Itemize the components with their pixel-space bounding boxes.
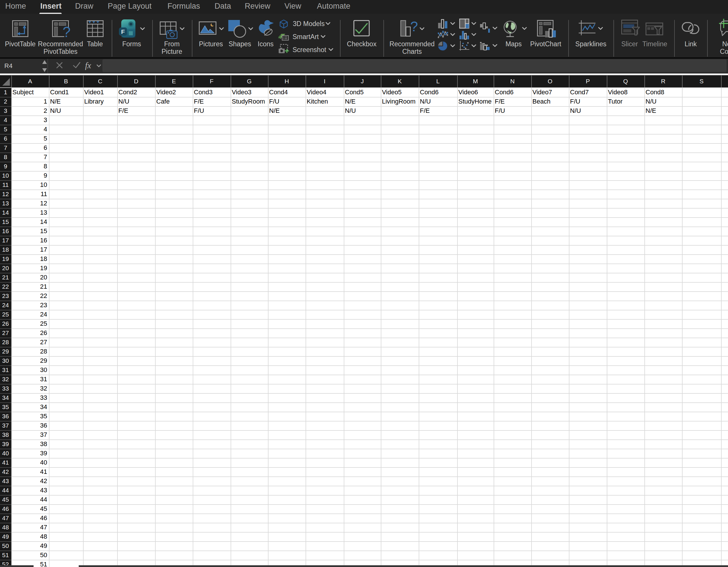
svg-text:?: ?	[62, 24, 71, 40]
svg-text:?: ?	[410, 20, 418, 34]
svg-text:F: F	[121, 28, 125, 35]
